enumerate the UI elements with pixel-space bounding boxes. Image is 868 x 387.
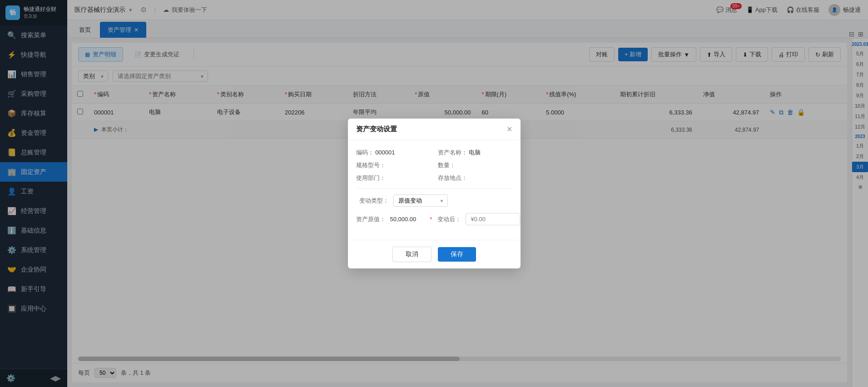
dialog-divider xyxy=(356,189,512,189)
change-type-label: 变动类型： xyxy=(356,197,389,205)
dialog-code-value: 000001 xyxy=(375,149,395,156)
after-change-label: 变动后： xyxy=(437,215,461,223)
dialog-asset-name-field: 资产名称： 电脑 xyxy=(438,149,512,157)
change-type-select[interactable]: 原值变动 xyxy=(393,194,448,207)
dialog-code-field: 编码： 000001 xyxy=(356,149,431,157)
asset-change-dialog: 资产变动设置 ✕ 编码： 000001 资产名称： 电脑 规格型号： 数量： xyxy=(348,119,521,268)
dialog-info-grid: 编码： 000001 资产名称： 电脑 规格型号： 数量： 使用部门： xyxy=(356,149,512,182)
cancel-button[interactable]: 取消 xyxy=(392,247,432,262)
dialog-overlay: 资产变动设置 ✕ 编码： 000001 资产名称： 电脑 规格型号： 数量： xyxy=(0,0,868,387)
dialog-header: 资产变动设置 ✕ xyxy=(348,119,521,140)
required-star: * xyxy=(430,216,432,223)
dialog-change-type-field: 变动类型： 原值变动 ▼ xyxy=(356,194,512,207)
dialog-title: 资产变动设置 xyxy=(356,125,397,134)
dialog-quantity-field: 数量： xyxy=(438,161,512,169)
dialog-close-btn[interactable]: ✕ xyxy=(506,125,512,134)
dialog-spec-field: 规格型号： xyxy=(356,161,431,169)
after-change-input[interactable] xyxy=(466,213,520,225)
original-value-label: 资产原值： xyxy=(356,215,386,223)
dialog-asset-name-value: 电脑 xyxy=(469,149,481,156)
save-button[interactable]: 保存 xyxy=(438,247,476,262)
dialog-original-value-field: 资产原值： 50,000.00 * 变动后： xyxy=(356,213,512,225)
original-value-display: 50,000.00 xyxy=(390,216,417,223)
dialog-location-field: 存放地点： xyxy=(438,174,512,182)
dialog-department-field: 使用部门： xyxy=(356,174,431,182)
change-type-select-wrap: 原值变动 ▼ xyxy=(393,194,448,207)
dialog-body: 编码： 000001 资产名称： 电脑 规格型号： 数量： 使用部门： xyxy=(348,140,521,240)
dialog-footer: 取消 保存 xyxy=(348,240,521,268)
